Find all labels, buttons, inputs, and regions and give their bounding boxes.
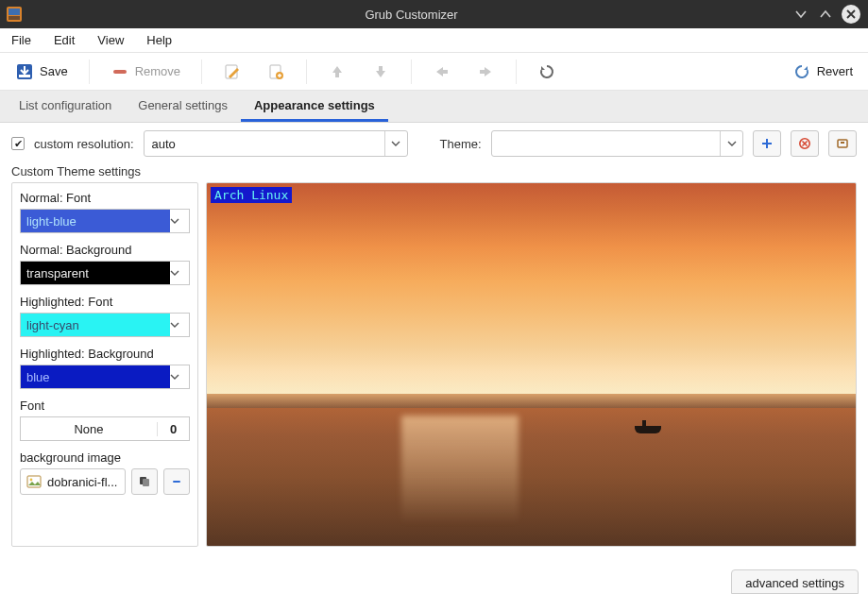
title-bar: Grub Customizer — [0, 0, 868, 28]
svg-point-13 — [30, 479, 33, 482]
maximize-button[interactable] — [817, 6, 834, 23]
boat-silhouette — [635, 426, 661, 433]
highlighted-background-value: blue — [21, 365, 170, 388]
minus-icon — [170, 475, 183, 488]
chevron-down-icon — [170, 372, 189, 382]
theme-archive-button[interactable] — [828, 130, 857, 157]
svg-rect-1 — [9, 8, 20, 15]
normal-font-label: Normal: Font — [20, 191, 190, 205]
remove-button[interactable]: Remove — [105, 59, 186, 85]
highlighted-background-group: Highlighted: Background blue — [20, 347, 190, 389]
window-buttons — [792, 5, 860, 24]
font-value: None — [21, 422, 157, 436]
toolbar-separator — [411, 59, 412, 84]
chevron-down-icon — [720, 131, 742, 156]
normal-background-value: transparent — [21, 262, 170, 284]
revert-label: Revert — [817, 64, 853, 78]
app-window: Grub Customizer File Edit View Help Save… — [0, 0, 868, 594]
menu-view[interactable]: View — [86, 28, 135, 52]
svg-rect-4 — [19, 75, 30, 77]
bg-image-remove-button[interactable] — [163, 468, 190, 495]
resolution-value: auto — [145, 137, 384, 151]
minimize-button[interactable] — [792, 6, 809, 23]
toolbar-separator — [201, 59, 202, 84]
svg-rect-2 — [9, 16, 20, 20]
menu-file[interactable]: File — [0, 28, 43, 52]
chevron-down-icon — [170, 216, 189, 226]
resolution-theme-row: ✔ custom resolution: auto Theme: — [0, 123, 868, 164]
move-down-button[interactable] — [366, 59, 396, 85]
pencil-icon — [223, 62, 242, 81]
font-picker[interactable]: None 0 — [20, 416, 190, 441]
menu-help[interactable]: Help — [135, 28, 183, 52]
theme-label: Theme: — [440, 137, 482, 151]
arrow-up-icon — [328, 62, 347, 81]
highlighted-font-label: Highlighted: Font — [20, 295, 190, 309]
toolbar-separator — [306, 59, 307, 84]
copy-icon — [138, 475, 151, 488]
custom-theme-section-label: Custom Theme settings — [0, 164, 868, 182]
resolution-combo[interactable]: auto — [144, 130, 408, 157]
new-entry-button[interactable] — [261, 59, 291, 85]
revert-icon — [792, 62, 811, 81]
preview-menu-entry: Arch Linux — [211, 187, 292, 203]
move-right-button[interactable] — [470, 59, 501, 85]
close-button[interactable] — [842, 5, 860, 24]
bg-image-label: background image — [20, 450, 190, 465]
normal-font-combo[interactable]: light-blue — [20, 209, 190, 233]
theme-combo[interactable] — [491, 130, 743, 157]
tab-list-configuration[interactable]: List configuration — [6, 91, 125, 122]
svg-rect-5 — [113, 70, 127, 74]
toolbar-separator — [516, 59, 517, 84]
normal-font-group: Normal: Font light-blue — [20, 191, 190, 233]
normal-font-value: light-blue — [21, 210, 170, 232]
toolbar-separator — [89, 59, 90, 84]
menu-edit[interactable]: Edit — [43, 28, 86, 52]
check-icon: ✔ — [14, 139, 23, 149]
arrow-down-icon — [371, 62, 390, 81]
bg-image-file-button[interactable]: dobranici-fl... — [20, 468, 126, 495]
highlighted-background-combo[interactable]: blue — [20, 365, 190, 389]
normal-background-group: Normal: Background transparent — [20, 243, 190, 285]
tab-general-settings[interactable]: General settings — [125, 91, 241, 122]
image-icon — [26, 474, 42, 489]
chevron-down-icon — [384, 131, 407, 156]
background-preview: Arch Linux — [206, 182, 857, 547]
remove-icon — [111, 62, 129, 81]
remove-label: Remove — [135, 64, 180, 78]
revert-button[interactable]: Revert — [787, 59, 859, 85]
archive-icon — [836, 137, 849, 150]
toolbar: Save Remove — [0, 53, 868, 91]
theme-remove-button[interactable] — [791, 130, 819, 157]
custom-resolution-checkbox[interactable]: ✔ — [11, 137, 25, 150]
bg-image-copy-button[interactable] — [131, 468, 158, 495]
plus-icon — [760, 137, 774, 150]
normal-background-combo[interactable]: transparent — [20, 261, 190, 285]
highlighted-background-label: Highlighted: Background — [20, 347, 190, 361]
highlighted-font-group: Highlighted: Font light-cyan — [20, 295, 190, 337]
settings-body: Normal: Font light-blue Normal: Backgrou… — [0, 182, 868, 558]
advanced-settings-button[interactable]: advanced settings — [731, 569, 859, 594]
save-icon — [15, 62, 34, 81]
bg-image-group: background image dobranici-fl... — [20, 450, 190, 495]
reload-button[interactable] — [532, 59, 562, 85]
edit-entry-button[interactable] — [217, 59, 247, 85]
theme-add-button[interactable] — [753, 130, 781, 157]
move-left-button[interactable] — [427, 59, 457, 85]
custom-resolution-label: custom resolution: — [34, 137, 134, 151]
tab-bar: List configuration General settings Appe… — [0, 91, 868, 123]
move-up-button[interactable] — [322, 59, 352, 85]
delete-icon — [798, 137, 811, 150]
reload-icon — [537, 62, 556, 81]
tab-content: ✔ custom resolution: auto Theme: Custom — [0, 123, 868, 594]
new-page-icon — [266, 62, 285, 81]
save-button[interactable]: Save — [9, 59, 74, 85]
chevron-down-icon — [170, 268, 189, 278]
highlighted-font-combo[interactable]: light-cyan — [20, 313, 190, 337]
save-label: Save — [40, 64, 68, 78]
svg-rect-15 — [143, 479, 149, 486]
preview-image: Arch Linux — [207, 183, 856, 546]
svg-rect-12 — [27, 476, 41, 487]
tab-appearance-settings[interactable]: Appearance settings — [241, 91, 388, 122]
theme-properties-panel: Normal: Font light-blue Normal: Backgrou… — [11, 182, 198, 547]
